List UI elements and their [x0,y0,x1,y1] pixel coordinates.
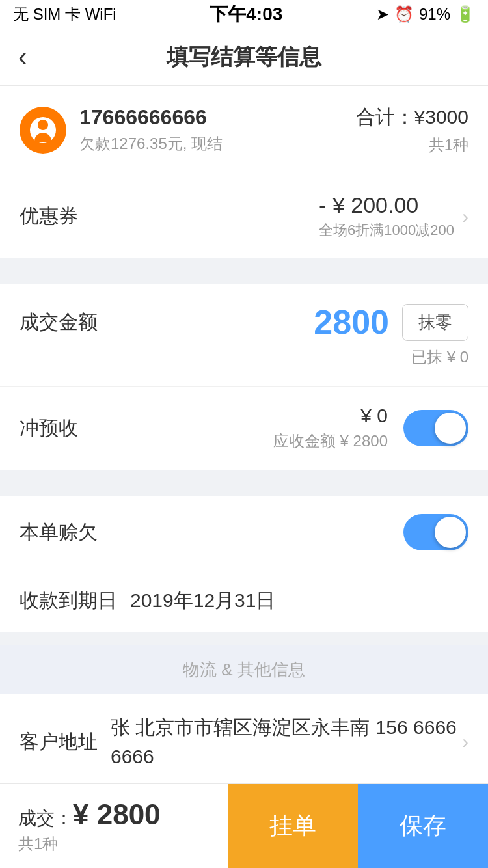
total-count: 共1种 [356,135,468,156]
alarm-icon: ⏰ [394,5,414,23]
writeoff-toggle[interactable] [403,514,468,550]
already-rounded: 已抹 ¥ 0 [20,347,468,368]
customer-section: 17666666666 欠款1276.35元, 现结 合计：¥3000 共1种 … [0,86,488,258]
round-zero-button[interactable]: 抹零 [402,304,468,341]
total-label: 合计： [356,106,414,128]
customer-left: 17666666666 欠款1276.35元, 现结 [20,105,223,154]
location-icon: ➤ [376,5,389,23]
status-bar: 无 SIM 卡 WiFi 下午4:03 ➤ ⏰ 91% 🔋 [0,0,488,29]
page-title: 填写结算等信息 [167,42,321,72]
transaction-label: 成交金额 [20,309,98,336]
logistics-divider: 物流 & 其他信息 [0,645,488,694]
section-divider-1 [0,271,488,284]
prepay-amount-block: ¥ 0 应收金额 ¥ 2800 [273,405,388,452]
coupon-detail: 全场6折满1000减200 [319,221,454,240]
avatar-icon [30,117,56,143]
customer-total: 合计：¥3000 共1种 [356,104,468,156]
bottom-transaction-prefix: 成交： [18,808,73,828]
save-button[interactable]: 保存 [358,784,488,869]
bottom-summary: 成交：¥ 2800 共1种 [0,798,228,854]
total-value: ¥3000 [414,106,468,128]
status-time: 下午4:03 [210,2,282,27]
transaction-amount: 2800 [314,303,389,342]
customer-info: 17666666666 欠款1276.35元, 现结 [79,105,223,154]
coupon-row[interactable]: 优惠券 - ¥ 200.00 全场6折满1000减200 › [0,174,488,258]
writeoff-section: 本单赊欠 [0,496,488,569]
nav-bar: ‹ 填写结算等信息 [0,29,488,86]
logistics-line-left [13,670,170,670]
logistics-line-right [318,670,475,670]
writeoff-label: 本单赊欠 [20,519,98,546]
prepay-row: 冲预收 ¥ 0 应收金额 ¥ 2800 [20,405,468,452]
prepay-right: ¥ 0 应收金额 ¥ 2800 [273,405,468,452]
transaction-section: 成交金额 2800 抹零 已抹 ¥ 0 [0,284,488,386]
duedate-row: 收款到期日 2019年12月31日 [20,588,468,614]
coupon-chevron-right-icon: › [462,206,468,228]
address-value: 张 北京市市辖区海淀区永丰南 156 6666 6666 [111,712,462,771]
bottom-bar: 成交：¥ 2800 共1种 挂单 保存 [0,783,488,868]
status-right: ➤ ⏰ 91% 🔋 [376,5,475,23]
hang-order-button[interactable]: 挂单 [228,784,358,869]
address-chevron-right-icon: › [462,731,468,753]
content: 17666666666 欠款1276.35元, 现结 合计：¥3000 共1种 … [0,86,488,868]
duedate-section: 收款到期日 2019年12月31日 [0,569,488,632]
sim-label: 无 SIM 卡 WiFi [13,4,116,25]
coupon-right: - ¥ 200.00 全场6折满1000减200 › [319,193,468,240]
prepay-section: 冲预收 ¥ 0 应收金额 ¥ 2800 [0,386,488,470]
back-button[interactable]: ‹ [18,42,27,72]
prepay-amount: ¥ 0 [273,405,388,427]
customer-debt: 欠款1276.35元, 现结 [79,133,223,154]
writeoff-toggle-knob [435,517,466,548]
prepay-toggle[interactable] [403,410,468,446]
status-left: 无 SIM 卡 WiFi [13,4,116,25]
battery-label: 91% [419,5,450,23]
transaction-row: 成交金额 2800 抹零 [20,303,468,342]
bottom-amount: ¥ 2800 [73,798,161,830]
address-label: 客户地址 [20,729,98,755]
customer-row: 17666666666 欠款1276.35元, 现结 合计：¥3000 共1种 [0,86,488,174]
duedate-value: 2019年12月31日 [130,588,275,614]
transaction-right: 2800 抹零 [314,303,468,342]
prepay-receivable: 应收金额 ¥ 2800 [273,431,388,452]
toggle-knob [435,413,466,444]
logistics-text: 物流 & 其他信息 [183,658,305,681]
coupon-discount: - ¥ 200.00 [319,193,454,218]
prepay-label: 冲预收 [20,415,78,442]
address-section[interactable]: 客户地址 张 北京市市辖区海淀区永丰南 156 6666 6666 › [0,694,488,789]
battery-icon: 🔋 [455,5,475,23]
duedate-label: 收款到期日 [20,588,117,614]
bottom-count: 共1种 [18,834,210,854]
section-divider-2 [0,470,488,483]
avatar [20,107,66,154]
customer-phone: 17666666666 [79,105,223,129]
coupon-label: 优惠券 [20,203,78,230]
bottom-transaction-label: 成交：¥ 2800 [18,798,210,831]
total-amount: 合计：¥3000 [356,104,468,131]
